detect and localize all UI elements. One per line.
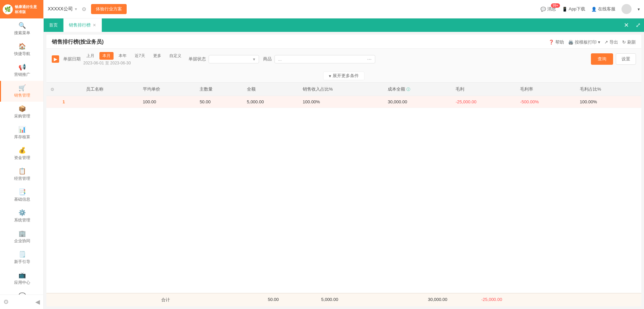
sidebar-item-guide[interactable]: 🗒️ 新手引导 bbox=[0, 247, 43, 268]
sidebar-item-search[interactable]: 🔍 搜索菜单 bbox=[0, 18, 43, 39]
date-filter-more[interactable]: 更多 bbox=[150, 52, 164, 60]
enterprise-icon: 🏢 bbox=[18, 230, 26, 237]
sidebar-item-apps[interactable]: 📺 应用中心 bbox=[0, 268, 43, 289]
status-filter-group: 单据状态 ▾ bbox=[188, 55, 259, 63]
col-cost: 成本全额 ⓘ bbox=[384, 83, 452, 96]
sidebar-footer: ⚙ ◀ bbox=[0, 295, 43, 309]
refresh-button[interactable]: ↻ 刷新 bbox=[622, 39, 636, 45]
tabbar: 首页销售排行榜✕ ✕ ⤢ bbox=[44, 18, 644, 32]
status-select[interactable]: ▾ bbox=[209, 55, 259, 63]
print-icon: 🖨️ bbox=[568, 40, 573, 45]
col-quantity: 主数量 bbox=[196, 83, 243, 96]
sidebar-label-search: 搜索菜单 bbox=[14, 30, 30, 36]
col-gross-ratio: 毛利占比% bbox=[576, 83, 641, 96]
print-arrow-icon: ▾ bbox=[598, 40, 600, 45]
content-header: 销售排行榜(按业务员) ❓ 帮助 🖨️ 按模板打印 ▾ ↗ 导出 bbox=[46, 35, 641, 49]
footer-quantity: 50.00 bbox=[264, 297, 317, 303]
footer-gross-ratio bbox=[584, 297, 637, 303]
settings-icon[interactable]: ⚙ bbox=[3, 298, 9, 306]
topbar-right: 💬 消息 99+ 📱 App下载 👤 在线客服 ▾ bbox=[541, 4, 640, 14]
basic-info-icon: 📑 bbox=[18, 188, 26, 196]
goods-filter-group: 商品 ... ⋯ bbox=[263, 55, 375, 63]
app-download-button[interactable]: 📱 App下载 bbox=[562, 6, 585, 12]
sidebar-item-finance[interactable]: 💰 资金管理 bbox=[0, 143, 43, 164]
col-amount: 全额 bbox=[243, 83, 299, 96]
sidebar-item-quick-nav[interactable]: 🏠 快捷导航 bbox=[0, 39, 43, 60]
date-filter-current-year[interactable]: 本年 bbox=[116, 52, 130, 60]
date-filter-last-month[interactable]: 上月 bbox=[83, 52, 97, 60]
sidebar-item-inventory[interactable]: 📊 库存核算 bbox=[0, 122, 43, 143]
sidebar-item-marketing[interactable]: 📢 营销推广 bbox=[0, 60, 43, 81]
main-area: XXXXX公司 ▾ ⚙ 体验行业方案 💬 消息 99+ 📱 App下载 👤 在线… bbox=[44, 0, 644, 309]
company-selector[interactable]: XXXXX公司 ▾ bbox=[48, 6, 77, 12]
sidebar-label-operations: 经营管理 bbox=[14, 176, 30, 182]
sidebar-item-operations[interactable]: 📋 经营管理 bbox=[0, 164, 43, 185]
col-name: 员工名称 bbox=[82, 83, 139, 96]
col-sales-ratio: 销售收入占比% bbox=[299, 83, 384, 96]
tab-sales-rank[interactable]: 销售排行榜✕ bbox=[63, 18, 102, 32]
sidebar-label-quick-nav: 快捷导航 bbox=[14, 51, 30, 57]
sidebar-item-purchase[interactable]: 📦 采购管理 bbox=[0, 102, 43, 122]
tab-close-sales-rank[interactable]: ✕ bbox=[93, 23, 96, 28]
row-sales-ratio: 100.00% bbox=[299, 96, 384, 108]
message-button[interactable]: 💬 消息 99+ bbox=[541, 6, 556, 12]
row-settings[interactable] bbox=[46, 96, 58, 108]
finance-icon: 💰 bbox=[18, 147, 26, 154]
filter-row: ▶ 单据日期 上月本月本年近7天更多自定义2023-06-01 至 2023-0… bbox=[46, 49, 641, 69]
goods-expand-icon: ⋯ bbox=[367, 57, 372, 62]
col-gross: 毛利 bbox=[452, 83, 516, 96]
company-arrow-icon: ▾ bbox=[75, 7, 77, 11]
export-icon: ↗ bbox=[604, 40, 608, 45]
expand-more-button[interactable]: ▾ 展开更多条件 bbox=[323, 71, 364, 80]
tab-expand: ✕ ⤢ bbox=[620, 21, 644, 29]
settings-button[interactable]: 设置 bbox=[616, 53, 636, 65]
message-icon: 💬 bbox=[541, 7, 546, 12]
row-avg-price: 100.00 bbox=[139, 96, 196, 108]
data-table: ⚙ 员工名称 平均单价 主数量 全额 销售收入占比% 成本全额 ⓘ 毛利 毛利率… bbox=[46, 83, 641, 108]
sidebar-item-system[interactable]: ⚙️ 系统管理 bbox=[0, 206, 43, 226]
row-gross: -25,000.00 bbox=[452, 96, 516, 108]
operations-icon: 📋 bbox=[18, 167, 26, 175]
tab-home[interactable]: 首页 bbox=[44, 18, 63, 32]
col-settings[interactable]: ⚙ bbox=[46, 83, 58, 96]
col-avg-price: 平均单价 bbox=[139, 83, 196, 96]
row-cost: 30,000.00 bbox=[384, 96, 452, 108]
company-name: XXXXX公司 bbox=[48, 6, 73, 12]
wechat-icon: 💬 bbox=[18, 292, 26, 295]
tab-close-all-icon[interactable]: ✕ bbox=[620, 21, 632, 29]
footer-sales-ratio bbox=[371, 297, 424, 303]
expand-icon: ▾ bbox=[329, 73, 331, 79]
refresh-icon: ↻ bbox=[622, 40, 626, 45]
table-row[interactable]: 1 100.00 50.00 5,000.00 100.00% 30,000.0… bbox=[46, 96, 641, 108]
logo-icon: 🌿 bbox=[3, 4, 13, 14]
table-header-row: ⚙ 员工名称 平均单价 主数量 全额 销售收入占比% 成本全额 ⓘ 毛利 毛利率… bbox=[46, 83, 641, 96]
sidebar-label-finance: 资金管理 bbox=[14, 155, 30, 161]
collapse-icon[interactable]: ◀ bbox=[35, 298, 40, 306]
sidebar-item-basic-info[interactable]: 📑 基础信息 bbox=[0, 185, 43, 206]
sidebar-item-wechat[interactable]: 💬 企业微信 bbox=[0, 289, 43, 295]
query-button[interactable]: 查询 bbox=[591, 53, 613, 65]
sidebar-item-sales[interactable]: 🛒 销售管理 bbox=[0, 81, 43, 102]
date-filter-custom[interactable]: 自定义 bbox=[166, 52, 184, 60]
export-button[interactable]: ↗ 导出 bbox=[604, 39, 618, 45]
row-gross-rate: -500.00% bbox=[516, 96, 576, 108]
table-footer: 合计 50.00 5,000.00 30,000.00 -25,000.00 bbox=[46, 293, 641, 306]
system-icon: ⚙️ bbox=[18, 209, 26, 216]
topbar-gear-icon[interactable]: ⚙ bbox=[82, 6, 86, 12]
tab-maximize-icon[interactable]: ⤢ bbox=[632, 21, 644, 29]
online-service-button[interactable]: 👤 在线客服 bbox=[591, 6, 615, 12]
help-button[interactable]: ❓ 帮助 bbox=[549, 39, 564, 45]
row-rank: 1 bbox=[58, 96, 82, 108]
print-button[interactable]: 🖨️ 按模板打印 ▾ bbox=[568, 39, 600, 45]
date-filter-current-month[interactable]: 本月 bbox=[99, 52, 114, 60]
date-filter-last-7-days[interactable]: 近7天 bbox=[132, 52, 148, 60]
help-icon: ❓ bbox=[549, 40, 554, 45]
sidebar-item-enterprise[interactable]: 🏢 企业协同 bbox=[0, 226, 43, 247]
filter-expand-button[interactable]: ▶ bbox=[52, 55, 59, 63]
user-name[interactable]: ▾ bbox=[638, 7, 640, 12]
avatar[interactable] bbox=[621, 4, 632, 14]
goods-select[interactable]: ... ⋯ bbox=[274, 55, 375, 63]
industry-button[interactable]: 体验行业方案 bbox=[91, 4, 127, 14]
sales-icon: 🛒 bbox=[18, 84, 26, 92]
quick-nav-icon: 🏠 bbox=[18, 43, 26, 50]
